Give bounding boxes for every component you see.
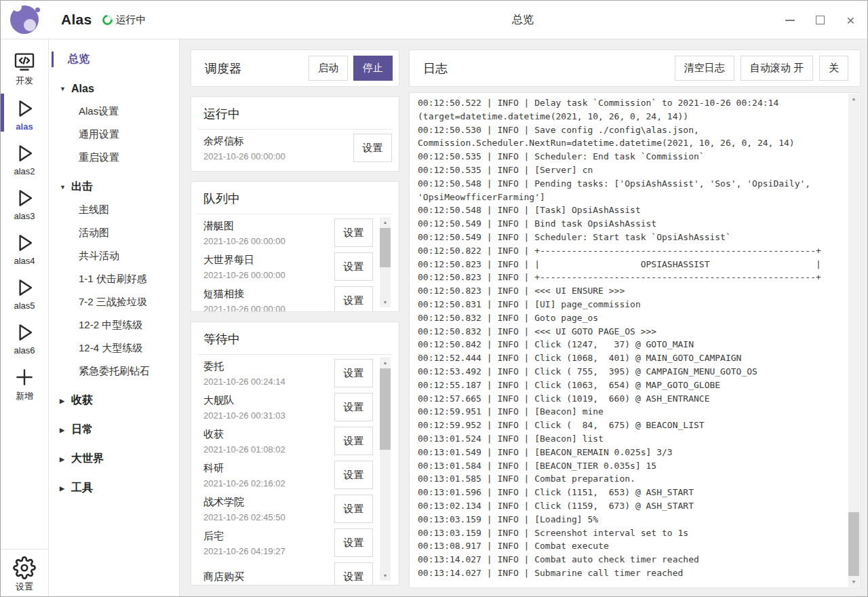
rail-item-label: alas6 [14, 345, 35, 355]
task-settings-button[interactable]: 设置 [334, 286, 373, 311]
waiting-scrollbar[interactable]: ▲ ▼ [380, 358, 391, 581]
menu-group-label: Alas [71, 83, 94, 95]
rail-item-新增[interactable]: 新增 [1, 359, 48, 406]
scheduler-column: 调度器 启动 停止 运行中 余烬信标2021-10-26 00:00:00设置 … [191, 50, 399, 596]
menu-item-通用设置[interactable]: 通用设置 [49, 125, 179, 145]
menu-group-Alas[interactable]: ▼Alas [49, 79, 179, 98]
rail-item-settings[interactable]: 设置 [1, 550, 48, 596]
play-icon [12, 141, 37, 166]
running-task-list: 余烬信标2021-10-26 00:00:00设置 [191, 131, 399, 171]
clear-log-button[interactable]: 清空日志 [675, 56, 734, 81]
chevron-right-icon: ▶ [60, 397, 71, 404]
menu-group-收获[interactable]: ▶收获 [49, 391, 179, 410]
task-next-run-time: 2021-10-26 00:00:00 [203, 236, 334, 246]
app-name: Alas [61, 12, 92, 28]
task-next-run-time: 2021-10-26 00:31:03 [203, 410, 334, 421]
menu-item-7-2 三战捡垃圾[interactable]: 7-2 三战捡垃圾 [49, 292, 179, 312]
pending-title: 队列中 [198, 182, 392, 214]
menu-item-活动图[interactable]: 活动图 [49, 223, 179, 243]
task-row: 短猫相接2021-10-26 00:00:00设置 [203, 284, 380, 311]
menu-group-label: 出击 [71, 180, 93, 194]
rail-item-label: 设置 [16, 581, 33, 593]
scroll-down-icon[interactable]: ▼ [380, 297, 391, 307]
task-name: 后宅 [203, 530, 334, 543]
rail-item-alas6[interactable]: alas6 [1, 314, 48, 359]
play-icon [12, 275, 37, 300]
task-next-run-time: 2021-10-26 00:24:14 [203, 377, 334, 387]
pending-card: 队列中 潜艇图2021-10-26 00:00:00设置大世界每日2021-10… [191, 181, 399, 312]
close-button[interactable]: × [835, 6, 866, 35]
window-page-title: 总览 [512, 13, 534, 27]
task-settings-button[interactable]: 设置 [334, 461, 373, 489]
gear-icon [12, 556, 37, 580]
scheduler-stop-button[interactable]: 停止 [353, 56, 393, 81]
task-settings-button[interactable]: 设置 [334, 427, 373, 455]
task-settings-button[interactable]: 设置 [334, 495, 373, 523]
menu-item-主线图[interactable]: 主线图 [49, 200, 179, 220]
scroll-up-icon[interactable]: ▲ [848, 94, 859, 104]
menu-group-工具[interactable]: ▶工具 [49, 478, 179, 498]
menu-item-12-4 大型练级[interactable]: 12-4 大型练级 [49, 339, 179, 358]
task-row: 潜艇图2021-10-26 00:00:00设置 [203, 216, 380, 250]
pending-scrollbar[interactable]: ▲ ▼ [380, 217, 391, 307]
waiting-task-list: 委托2021-10-26 00:24:14设置大舰队2021-10-26 00:… [191, 356, 380, 585]
task-settings-button[interactable]: 设置 [334, 562, 373, 585]
chevron-right-icon: ▶ [60, 455, 71, 463]
task-settings-button[interactable]: 设置 [353, 134, 392, 162]
task-name: 大世界每日 [203, 254, 334, 267]
maximize-icon [816, 16, 825, 24]
close-icon: × [846, 13, 854, 27]
task-settings-button[interactable]: 设置 [334, 393, 373, 421]
rail-item-alas[interactable]: alas [1, 90, 48, 135]
autoscroll-off-button[interactable]: 关 [819, 56, 848, 81]
log-scrollbar[interactable]: ▲ ▼ [848, 94, 859, 587]
menu-group-日常[interactable]: ▶日常 [49, 420, 179, 440]
main-content: 调度器 启动 停止 运行中 余烬信标2021-10-26 00:00:00设置 … [180, 39, 867, 596]
scrollbar-thumb[interactable] [848, 512, 859, 576]
scrollbar-thumb[interactable] [380, 228, 391, 267]
autoscroll-on-button[interactable]: 自动滚动 开 [741, 56, 813, 81]
menu-item-重启设置[interactable]: 重启设置 [49, 148, 179, 168]
menu-item-12-2 中型练级[interactable]: 12-2 中型练级 [49, 315, 179, 335]
task-settings-button[interactable]: 设置 [334, 359, 373, 387]
running-title: 运行中 [198, 97, 392, 130]
menu-link-总览[interactable]: 总览 [49, 50, 179, 69]
task-name: 战术学院 [203, 496, 334, 509]
scroll-up-icon[interactable]: ▲ [380, 358, 391, 368]
menu-group-label: 日常 [71, 423, 93, 437]
maximize-button[interactable] [805, 6, 835, 35]
scroll-up-icon[interactable]: ▲ [380, 217, 391, 227]
task-next-run-time: 2021-10-26 02:45:50 [203, 512, 334, 522]
menu-group-出击[interactable]: ▼出击 [49, 177, 179, 197]
scroll-down-icon[interactable]: ▼ [380, 571, 391, 581]
task-row: 大世界每日2021-10-26 00:00:00设置 [203, 250, 380, 284]
menu-item-1-1 伏击刷好感[interactable]: 1-1 伏击刷好感 [49, 269, 179, 289]
menu-item-Alas设置[interactable]: Alas设置 [49, 102, 179, 121]
chevron-down-icon: ▼ [60, 183, 71, 191]
title-bar: Alas 运行中 总览 × [1, 1, 867, 39]
task-name: 收获 [203, 428, 334, 441]
menu-group-大世界[interactable]: ▶大世界 [49, 449, 179, 469]
task-next-run-time: 2021-10-26 00:00:00 [203, 270, 334, 280]
instance-rail: 开发alasalas2alas3alas4alas5alas6新增 设置 [1, 39, 49, 596]
chevron-right-icon: ▶ [60, 484, 71, 492]
task-row: 战术学院2021-10-26 02:45:50设置 [203, 492, 380, 526]
menu-item-紧急委托刷钻石[interactable]: 紧急委托刷钻石 [49, 362, 179, 381]
scheduler-start-button[interactable]: 启动 [309, 56, 348, 81]
rail-item-开发[interactable]: 开发 [1, 43, 48, 90]
task-settings-button[interactable]: 设置 [334, 218, 373, 247]
task-settings-button[interactable]: 设置 [334, 252, 373, 281]
log-column: 日志 清空日志 自动滚动 开 关 00:12:50.522 | INFO | D… [409, 50, 861, 596]
rail-item-alas2[interactable]: alas2 [1, 135, 48, 180]
menu-item-共斗活动[interactable]: 共斗活动 [49, 246, 179, 266]
play-icon [12, 186, 37, 210]
minimize-button[interactable] [774, 6, 805, 35]
scroll-down-icon[interactable]: ▼ [848, 577, 859, 587]
rail-item-alas4[interactable]: alas4 [1, 225, 48, 269]
rail-item-alas5[interactable]: alas5 [1, 269, 48, 314]
task-settings-button[interactable]: 设置 [334, 528, 373, 557]
scrollbar-thumb[interactable] [380, 368, 391, 450]
play-icon [12, 231, 37, 255]
log-text: 00:12:50.522 | INFO | Delay task `Commis… [410, 93, 848, 588]
rail-item-alas3[interactable]: alas3 [1, 180, 48, 225]
